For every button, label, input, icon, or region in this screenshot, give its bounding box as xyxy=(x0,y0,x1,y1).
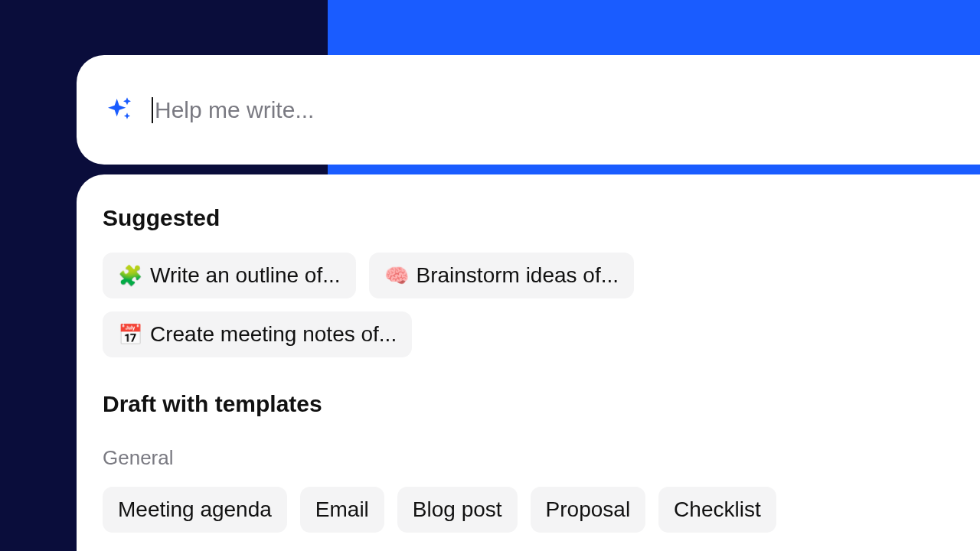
prompt-input-wrapper[interactable] xyxy=(152,97,980,123)
chip-label: Create meeting notes of... xyxy=(150,322,397,347)
suggested-chip-brainstorm[interactable]: 🧠 Brainstorm ideas of... xyxy=(369,253,635,298)
brain-icon: 🧠 xyxy=(384,264,409,288)
template-email[interactable]: Email xyxy=(300,487,384,533)
chip-label: Write an outline of... xyxy=(150,263,341,288)
templates-row-general: Meeting agenda Email Blog post Proposal … xyxy=(103,487,954,533)
puzzle-icon: 🧩 xyxy=(118,264,142,288)
templates-heading: Draft with templates xyxy=(103,391,954,417)
prompt-panel xyxy=(77,55,980,165)
template-proposal[interactable]: Proposal xyxy=(531,487,646,533)
template-checklist[interactable]: Checklist xyxy=(658,487,776,533)
suggestions-panel: Suggested 🧩 Write an outline of... 🧠 Bra… xyxy=(77,174,980,551)
template-blog-post[interactable]: Blog post xyxy=(397,487,518,533)
prompt-input[interactable] xyxy=(155,97,980,123)
suggested-row: 🧩 Write an outline of... 🧠 Brainstorm id… xyxy=(103,253,954,357)
template-meeting-agenda[interactable]: Meeting agenda xyxy=(103,487,287,533)
suggested-chip-meeting-notes[interactable]: 📅 Create meeting notes of... xyxy=(103,311,412,357)
text-cursor xyxy=(152,97,153,123)
chip-label: Brainstorm ideas of... xyxy=(416,263,619,288)
templates-group-general: General xyxy=(103,446,954,470)
sparkle-icon xyxy=(104,95,135,126)
suggested-heading: Suggested xyxy=(103,205,954,231)
calendar-icon: 📅 xyxy=(118,323,142,347)
suggested-chip-outline[interactable]: 🧩 Write an outline of... xyxy=(103,253,356,298)
